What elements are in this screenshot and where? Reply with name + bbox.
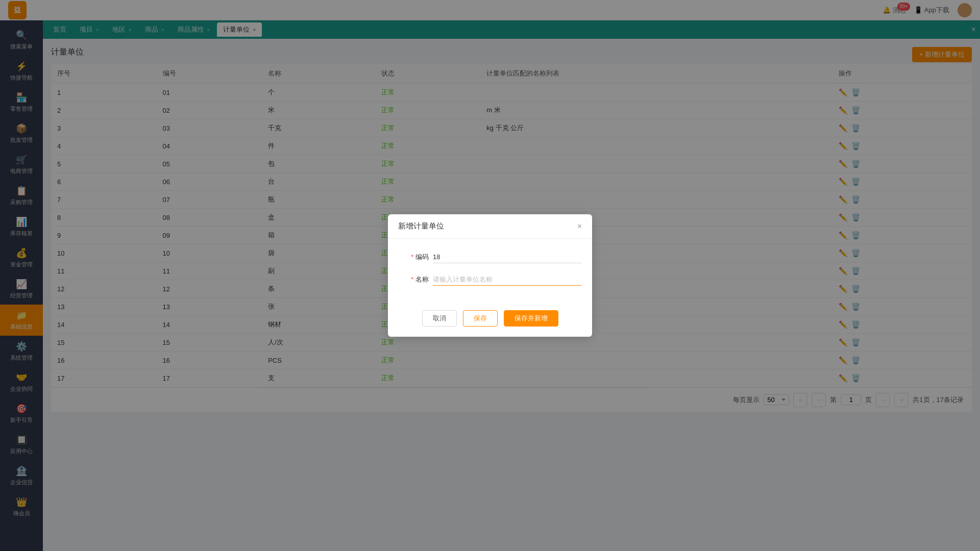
- code-input[interactable]: [433, 251, 582, 263]
- code-label: 编码: [398, 253, 429, 262]
- name-input[interactable]: [433, 273, 582, 286]
- modal-footer: 取消 保存 保存并新增: [388, 304, 592, 337]
- cancel-button[interactable]: 取消: [422, 310, 457, 327]
- modal-header: 新增计量单位 ×: [388, 214, 592, 239]
- save-and-new-button[interactable]: 保存并新增: [504, 310, 558, 327]
- modal-title: 新增计量单位: [398, 221, 444, 231]
- add-unit-modal: 新增计量单位 × 编码 名称 取消 保存 保存并新增: [388, 214, 592, 337]
- modal-overlay: 新增计量单位 × 编码 名称 取消 保存 保存并新增: [0, 0, 980, 551]
- code-form-row: 编码: [398, 251, 582, 263]
- name-label: 名称: [398, 275, 429, 284]
- save-button[interactable]: 保存: [463, 310, 498, 327]
- modal-close-icon[interactable]: ×: [577, 222, 582, 231]
- modal-body: 编码 名称: [388, 239, 592, 304]
- name-form-row: 名称: [398, 273, 582, 286]
